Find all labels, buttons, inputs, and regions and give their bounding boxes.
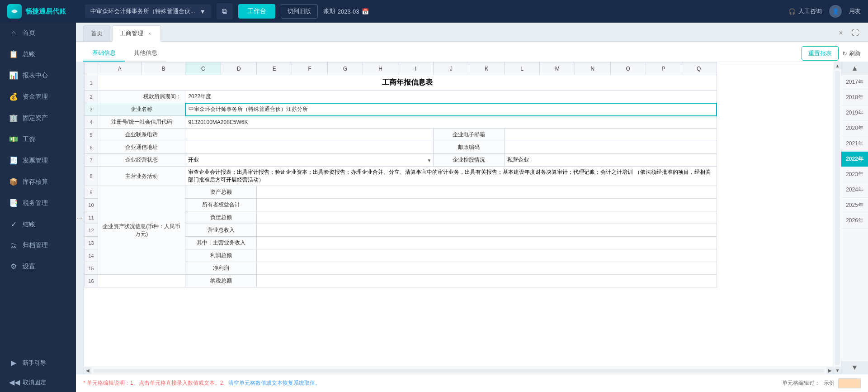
row-num-7: 7 — [85, 154, 98, 167]
chevron-down-icon: ▼ — [200, 8, 206, 15]
tab-business[interactable]: 工商管理 × — [112, 25, 161, 42]
col-header-q[interactable]: Q — [681, 62, 717, 75]
sidebar-item-inventory[interactable]: 📦 库存核算 — [0, 171, 76, 192]
bottom-right: 单元格编辑过： 示例 — [782, 378, 861, 388]
col-header-i[interactable]: I — [398, 62, 434, 75]
sidebar-item-asset[interactable]: 🏢 固定资产 — [0, 107, 76, 129]
year-item-2020[interactable]: 2020年 — [841, 121, 868, 136]
sidebar-item-invoice[interactable]: 🧾 发票管理 — [0, 150, 76, 171]
col-header-c[interactable]: C — [185, 62, 221, 75]
year-nav-up-button[interactable]: ▲ — [841, 62, 868, 75]
company-selector[interactable]: 中审众环会计师事务所（特殊普通合伙... ▼ — [85, 5, 211, 18]
sidebar-item-unpin[interactable]: ◀◀ 取消固定 — [0, 373, 76, 392]
cell-13-main-revenue-value[interactable] — [257, 237, 717, 249]
h-scroll-left-button[interactable]: ◀ — [84, 367, 91, 374]
col-header-k[interactable]: K — [469, 62, 504, 75]
col-header-h[interactable]: H — [363, 62, 398, 75]
col-header-n[interactable]: N — [575, 62, 610, 75]
sidebar-item-guide[interactable]: ▶ 新手引导 — [0, 353, 76, 373]
cell-5-email-label: 企业电子邮箱 — [434, 129, 504, 141]
cell-15-net-profit-value[interactable] — [257, 262, 717, 275]
sidebar-item-ledger[interactable]: 📋 总账 — [0, 43, 76, 65]
invoice-icon: 🧾 — [9, 156, 18, 165]
cell-4-value[interactable]: 91320100MA208E5W6K — [185, 116, 717, 129]
h-scroll-right-button[interactable]: ▶ — [826, 367, 834, 374]
cell-6-postcode[interactable] — [504, 141, 717, 154]
col-header-o[interactable]: O — [610, 62, 646, 75]
inventory-icon: 📦 — [9, 177, 18, 186]
sidebar-item-tax[interactable]: 📑 税务管理 — [0, 192, 76, 214]
col-header-b[interactable]: B — [142, 62, 185, 75]
cell-8-value[interactable]: 审查企业会计报表；出具审计报告；验证企业资本；出具验资报告；办理企业合并、分立、… — [185, 167, 717, 186]
year-item-2018[interactable]: 2018年 — [841, 90, 868, 105]
table-row: 7 企业经营状态 开业 ▼ 企业控股情况 私营企业 — [85, 154, 717, 167]
year-item-2017[interactable]: 2017年 — [841, 75, 868, 90]
sidebar-item-archive[interactable]: 🗂 归档管理 — [0, 235, 76, 256]
col-header-f[interactable]: F — [292, 62, 327, 75]
col-header-j[interactable]: J — [434, 62, 469, 75]
col-header-e[interactable]: E — [257, 62, 292, 75]
sidebar-item-fund[interactable]: 💰 资金管理 — [0, 86, 76, 107]
year-item-2025[interactable]: 2025年 — [841, 198, 868, 213]
cell-11-debt-value[interactable] — [257, 211, 717, 224]
col-header-d[interactable]: D — [221, 62, 257, 75]
col-header-m[interactable]: M — [540, 62, 575, 75]
close-button[interactable]: × — [835, 28, 846, 38]
copy-icon-button[interactable]: ⧉ — [217, 3, 233, 19]
v-scroll-up-button[interactable]: ▲ — [834, 62, 841, 69]
table-row: 1 工商年报信息表 — [85, 75, 717, 91]
cell-14-profit-value[interactable] — [257, 249, 717, 262]
sheet-title-cell[interactable]: 工商年报信息表 — [98, 75, 717, 91]
reset-report-button[interactable]: 重置报表 — [802, 46, 839, 61]
cell-5-email[interactable] — [504, 129, 717, 141]
year-item-2026[interactable]: 2026年 — [841, 213, 868, 229]
spreadsheet-wrapper: ⋮ A B C — [76, 62, 868, 374]
h-scroll-track[interactable] — [93, 369, 825, 373]
old-version-button[interactable]: 切到旧版 — [281, 4, 318, 19]
content-area: 首页 工商管理 × × ⛶ 基础信息 — [76, 23, 868, 392]
sidebar-item-home[interactable]: ⌂ 首页 — [0, 23, 76, 43]
cell-7-control[interactable]: 私营企业 — [504, 154, 717, 167]
refresh-button[interactable]: ↻ 刷新 — [842, 49, 861, 57]
sidebar-collapse-left[interactable]: ⋮ — [76, 62, 84, 374]
cell-12-revenue-value[interactable] — [257, 224, 717, 237]
sub-tab-other-label: 其他信息 — [134, 49, 157, 56]
sidebar-item-report[interactable]: 📊 报表中心 — [0, 65, 76, 86]
user-service[interactable]: 🎧 人工咨询 — [788, 7, 822, 15]
cell-2-value[interactable]: 2022年度 — [185, 91, 717, 103]
workbench-button[interactable]: 工作台 — [238, 4, 275, 19]
sidebar-item-checkout[interactable]: ✓ 结账 — [0, 214, 76, 235]
sidebar-item-payroll[interactable]: 💵 工资 — [0, 129, 76, 150]
v-scroll-down-button[interactable]: ▼ — [834, 367, 841, 374]
sub-tab-basic[interactable]: 基础信息 — [83, 45, 125, 62]
year-item-2023[interactable]: 2023年 — [841, 167, 868, 182]
year-nav-down-button[interactable]: ▼ — [841, 361, 868, 374]
col-header-l[interactable]: L — [504, 62, 539, 75]
cell-9-asset-value[interactable] — [257, 186, 717, 199]
tab-home[interactable]: 首页 — [83, 25, 110, 41]
expand-button[interactable]: ⛶ — [850, 28, 861, 38]
cell-16-tax-value[interactable] — [257, 275, 717, 287]
cell-5-label: 企业联系电话 — [98, 129, 185, 141]
v-scroll-track[interactable] — [835, 71, 840, 365]
cell-3-value[interactable]: 中审众环会计师事务所（特殊普通合伙）江苏分所 — [185, 103, 717, 116]
cell-7-status[interactable]: 开业 ▼ — [185, 154, 434, 167]
calendar-icon[interactable]: 📅 — [362, 8, 369, 15]
year-item-2021[interactable]: 2021年 — [841, 136, 868, 152]
col-header-a[interactable]: A — [98, 62, 142, 75]
tab-close-icon[interactable]: × — [146, 30, 153, 37]
cell-5-phone[interactable] — [185, 129, 434, 141]
year-item-2022[interactable]: 2022年 — [841, 152, 868, 167]
sidebar-item-settings[interactable]: ⚙ 设置 — [0, 256, 76, 277]
sub-tab-other[interactable]: 其他信息 — [125, 45, 166, 62]
sidebar-item-home-label: 首页 — [23, 29, 35, 37]
col-header-p[interactable]: P — [646, 62, 681, 75]
col-header-g[interactable]: G — [327, 62, 363, 75]
spreadsheet-main[interactable]: A B C D E F G H I J — [84, 62, 834, 367]
sidebar-bottom: ▶ 新手引导 ◀◀ 取消固定 — [0, 353, 76, 392]
app-name: 畅捷通易代账 — [25, 7, 66, 16]
year-item-2024[interactable]: 2024年 — [841, 182, 868, 198]
cell-6-addr[interactable] — [185, 141, 434, 154]
cell-10-equity-value[interactable] — [257, 199, 717, 211]
year-item-2019[interactable]: 2019年 — [841, 105, 868, 121]
